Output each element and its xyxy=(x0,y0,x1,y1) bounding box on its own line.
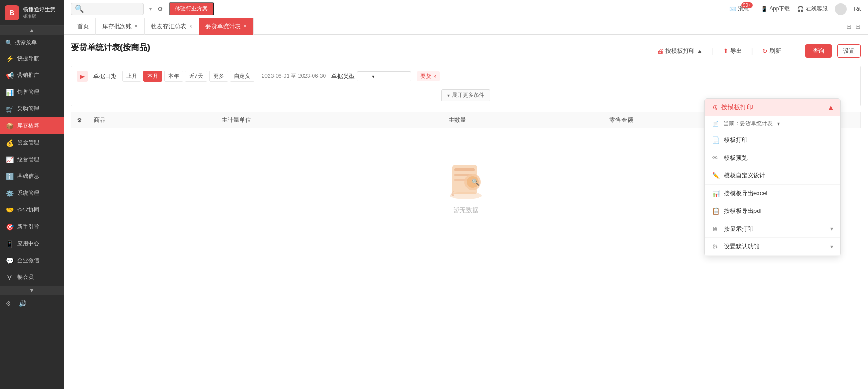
sidebar-item-collab[interactable]: 🤝 企业协同 xyxy=(0,202,64,218)
sidebar-item-basic[interactable]: ℹ️ 基础信息 xyxy=(0,168,64,185)
filter-type-select: 单据类型 ▾ xyxy=(331,71,411,81)
template-print-btn[interactable]: 🖨 按模板打印 ▲ xyxy=(653,45,706,57)
dropdown-item-export-pdf[interactable]: 📋 按模板导出pdf xyxy=(705,202,840,220)
tabbar-resize: ⊟ ⊞ xyxy=(846,23,861,30)
finance-icon: 💰 xyxy=(5,139,14,147)
sidebar-item-operations[interactable]: 📈 经营管理 xyxy=(0,151,64,168)
operations-icon: 📈 xyxy=(5,156,14,163)
divider2: | xyxy=(751,47,753,55)
type-select-box[interactable]: ▾ xyxy=(357,71,411,81)
printer-header-icon: 🖨 xyxy=(711,104,718,111)
sidebar-item-system[interactable]: ⚙️ 系统管理 xyxy=(0,185,64,202)
export-icon: ⬆ xyxy=(723,47,728,55)
prev-month-btn[interactable]: 上月 xyxy=(122,71,141,82)
template-print-item-icon: 📄 xyxy=(712,136,719,144)
sidebar-item-wechat[interactable]: 💬 企业微信 xyxy=(0,252,64,269)
more-options-icon[interactable]: ··· xyxy=(790,45,800,57)
wechat-icon: 💬 xyxy=(5,257,14,264)
dropdown-item-template-custom[interactable]: ✏️ 模板自定义设计 xyxy=(705,167,840,185)
username: Rit xyxy=(854,6,861,12)
dropdown-header: 🖨 按模板打印 ▲ xyxy=(705,99,840,116)
tab-close-inventory-batch[interactable]: × xyxy=(135,23,138,30)
topbar: 🔍 ▾ ⚙ 体验行业方案 ✉️ 消息 99+ 📱 App下载 🎧 在线客服 Ri… xyxy=(64,0,868,18)
online-service-btn[interactable]: 🎧 在线客服 xyxy=(797,5,828,13)
tab-home[interactable]: 首页 xyxy=(71,18,96,35)
dropdown-item-template-preview[interactable]: 👁 模板预览 xyxy=(705,149,840,167)
settings-btn[interactable]: 设置 xyxy=(837,44,861,58)
sidebar-scroll-up[interactable]: ▲ xyxy=(0,26,64,35)
sidebar-item-inventory[interactable]: 📦 库存核算 xyxy=(0,117,64,134)
audio-icon[interactable]: 🔊 xyxy=(19,300,26,307)
sidebar-item-finance[interactable]: 💰 资金管理 xyxy=(0,134,64,151)
headset-icon: 🎧 xyxy=(797,6,804,12)
sidebar-item-appstore[interactable]: 📱 应用中心 xyxy=(0,235,64,252)
inventory-icon: 📦 xyxy=(5,122,14,130)
resize-minimize-icon[interactable]: ⊟ xyxy=(846,23,852,30)
tab-close-order-stats[interactable]: × xyxy=(244,23,247,30)
sidebar-item-shortcut[interactable]: ⚡ 快捷导航 xyxy=(0,50,64,67)
topbar-right: ✉️ 消息 99+ 📱 App下载 🎧 在线客服 Rit xyxy=(729,3,861,15)
sidebar-item-member[interactable]: V 畅会员 xyxy=(0,269,64,286)
resize-maximize-icon[interactable]: ⊞ xyxy=(855,23,861,30)
sidebar-item-guide[interactable]: 🎯 新手引导 xyxy=(0,218,64,235)
expand-more-btn[interactable]: ▾ 展开更多条件 xyxy=(441,89,490,101)
filter-goods-tag[interactable]: 要货 × xyxy=(417,71,440,81)
date-buttons: 上月 本月 本年 近7天 更多 自定义 xyxy=(122,71,254,82)
topbar-search-box[interactable]: 🔍 xyxy=(71,3,144,15)
sidebar-scroll-down[interactable]: ▼ xyxy=(0,286,64,295)
display-print-arrow-icon: ▾ xyxy=(830,226,833,232)
dropdown-item-template-print[interactable]: 📄 模板打印 xyxy=(705,131,840,149)
filter-expand-icon[interactable]: ▶ xyxy=(77,71,88,82)
set-default-arrow-icon: ▾ xyxy=(830,243,833,250)
topbar-gear-icon[interactable]: ⚙ xyxy=(157,5,163,13)
dropdown-item-display-print[interactable]: 🖥 按显示打印 ▾ xyxy=(705,220,840,238)
topbar-search-input[interactable] xyxy=(86,6,140,12)
app-logo: B 畅捷通好生意 标准版 xyxy=(0,0,64,26)
topbar-search-icon: 🔍 xyxy=(75,5,84,13)
sidebar-item-marketing[interactable]: 📢 营销推广 xyxy=(0,67,64,84)
tab-close-receivable[interactable]: × xyxy=(189,23,192,30)
query-btn[interactable]: 查询 xyxy=(805,44,832,58)
main-area: 🔍 ▾ ⚙ 体验行业方案 ✉️ 消息 99+ 📱 App下载 🎧 在线客服 Ri… xyxy=(64,0,868,389)
dropdown-item-set-default[interactable]: ⚙ 设置默认功能 ▾ xyxy=(705,238,840,256)
message-btn[interactable]: ✉️ 消息 99+ xyxy=(729,5,749,13)
message-icon: ✉️ xyxy=(729,6,736,12)
chevron-down-icon: ▾ xyxy=(447,92,450,99)
current-year-btn[interactable]: 本年 xyxy=(164,71,183,82)
current-month-btn[interactable]: 本月 xyxy=(143,71,162,82)
purchase-icon: 🛒 xyxy=(5,106,14,113)
app-download-btn[interactable]: 📱 App下载 xyxy=(761,5,790,13)
empty-text: 暂无数据 xyxy=(453,207,479,215)
member-icon: V xyxy=(5,274,14,281)
last7-btn[interactable]: 近7天 xyxy=(185,71,207,82)
content-header: 要货单统计表(按商品) 🖨 按模板打印 ▲ | ⬆ 导出 | ↻ 刷新 ··· xyxy=(71,42,861,60)
custom-btn[interactable]: 自定义 xyxy=(230,71,254,82)
tab-inventory-batch[interactable]: 库存批次账 × xyxy=(96,18,145,35)
appstore-icon: 📱 xyxy=(5,240,14,248)
logo-text: 畅捷通好生意 标准版 xyxy=(23,6,55,20)
export-btn[interactable]: ⬆ 导出 xyxy=(719,45,746,57)
column-settings[interactable]: ⚙ xyxy=(71,112,88,128)
dropdown-close-btn[interactable]: ▲ xyxy=(828,104,834,111)
trial-btn[interactable]: 体验行业方案 xyxy=(169,2,214,15)
more-btn[interactable]: 更多 xyxy=(209,71,228,82)
template-custom-item-icon: ✏️ xyxy=(712,172,719,179)
tabbar: 首页 库存批次账 × 收发存汇总表 × 要货单统计表 × ⊟ ⊞ xyxy=(64,18,868,35)
sidebar-bottom: ⚙ 🔊 xyxy=(0,295,64,312)
column-settings-icon[interactable]: ⚙ xyxy=(77,117,82,124)
sidebar-search[interactable]: 🔍 搜索菜单 xyxy=(0,35,64,50)
dropdown-item-export-excel[interactable]: 📊 按模板导出excel xyxy=(705,185,840,202)
filter-tag-close-icon[interactable]: × xyxy=(433,73,436,80)
tab-order-stats[interactable]: 要货单统计表 × xyxy=(199,18,254,35)
shortcut-icon: ⚡ xyxy=(5,55,14,62)
content-area: 要货单统计表(按商品) 🖨 按模板打印 ▲ | ⬆ 导出 | ↻ 刷新 ··· xyxy=(64,35,868,389)
tab-receivable[interactable]: 收发存汇总表 × xyxy=(145,18,199,35)
sidebar-item-sales[interactable]: 📊 销售管理 xyxy=(0,84,64,101)
settings-bottom-icon[interactable]: ⚙ xyxy=(5,300,11,307)
col-goods: 商品 xyxy=(88,112,216,128)
topbar-chevron-icon[interactable]: ▾ xyxy=(149,6,152,12)
refresh-btn[interactable]: ↻ 刷新 xyxy=(758,45,785,57)
template-print-dropdown: 🖨 按模板打印 ▲ 📄 当前：要货单统计表 ▾ 📄 模板打印 👁 模板预览 ✏️ xyxy=(704,98,841,256)
sidebar-item-purchase[interactable]: 🛒 采购管理 xyxy=(0,101,64,117)
avatar[interactable] xyxy=(835,3,847,15)
